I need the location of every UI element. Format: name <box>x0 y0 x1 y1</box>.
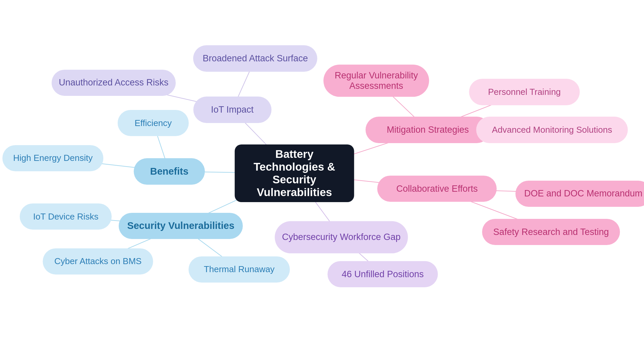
node-thermal_runaway: Thermal Runaway <box>189 256 290 283</box>
node-advanced_monitoring: Advanced Monitoring Solutions <box>476 117 628 143</box>
node-personnel_training: Personnel Training <box>469 79 580 105</box>
node-iot_impact: IoT Impact <box>193 97 271 123</box>
node-safety_research: Safety Research and Testing <box>482 219 620 245</box>
node-regular_vuln: Regular Vulnerability Assessments <box>323 65 429 97</box>
node-iot_device_risks: IoT Device Risks <box>20 203 112 230</box>
mindmap-container: Battery Technologies & Security Vulnerab… <box>0 0 644 363</box>
node-center: Battery Technologies & Security Vulnerab… <box>234 144 354 202</box>
node-high_energy: High Energy Density <box>2 145 104 171</box>
node-security_vuln: Security Vulnerabilities <box>119 213 243 239</box>
node-mitigation: Mitigation Strategies <box>366 117 490 143</box>
node-efficiency: Efficiency <box>117 110 189 136</box>
node-benefits: Benefits <box>133 158 205 184</box>
node-cybersecurity_gap: Cybersecurity Workforce Gap <box>275 221 408 253</box>
node-unauthorized_access: Unauthorized Access Risks <box>52 70 176 96</box>
node-collaborative: Collaborative Efforts <box>377 176 497 202</box>
node-doe_doc: DOE and DOC Memorandum <box>516 180 644 206</box>
node-broadened_attack: Broadened Attack Surface <box>193 45 317 71</box>
node-unfilled_positions: 46 Unfilled Positions <box>327 261 438 287</box>
node-cyber_attacks: Cyber Attacks on BMS <box>43 248 153 275</box>
